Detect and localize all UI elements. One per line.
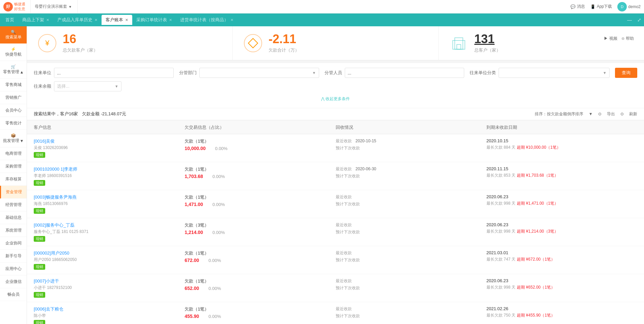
- unit-category-chevron-icon: ▼: [603, 71, 607, 75]
- sidebar-item-basic-info[interactable]: 基础信息: [0, 211, 27, 224]
- overdue-link-6[interactable]: 超期 ¥455.90（1笔）: [517, 313, 555, 318]
- table-row: [000002]用户2050 用户2050 18665062050 现销 欠款（…: [27, 246, 644, 274]
- app-download-button[interactable]: 📱 App下载: [590, 4, 612, 9]
- balance-select[interactable]: 选择... ▼: [54, 81, 121, 91]
- debt-info-5: 欠款（1笔） 652.00 0.00%: [185, 278, 335, 291]
- debt-info-2: 欠款（1笔） 1,471.00 0.00%: [185, 194, 335, 207]
- tab-production[interactable]: 产成品入库单历史 ✕: [53, 15, 102, 25]
- customer-phone-6: 陈小带: [34, 313, 185, 319]
- tab-purchase-order[interactable]: 采购订单统计表 ✕: [132, 15, 176, 25]
- debt-count-6: 欠款（1笔）: [185, 306, 335, 312]
- due-info-2: 2020.06.23 最长欠款 998 天 超期 ¥1,471.00（1笔）: [486, 194, 637, 206]
- sidebar-item-finance[interactable]: 资金管理: [0, 186, 27, 199]
- customer-name-3[interactable]: [0002]服务中心_丁磊: [34, 222, 185, 228]
- sidebar-item-member-vip[interactable]: 畅会员: [0, 288, 27, 301]
- sidebar-item-batch-mgmt[interactable]: 📦 批发管理 ▼: [0, 130, 27, 147]
- debt-percent-6: 0.00%: [208, 314, 221, 319]
- message-button[interactable]: 💬 消息: [570, 4, 585, 9]
- tab-home[interactable]: 首页: [1, 15, 18, 25]
- due-info-4: 2021.03.01 最长欠款 747 天 超期 ¥672.00（1笔）: [486, 250, 637, 262]
- refresh-button[interactable]: 刷新: [629, 111, 637, 117]
- filter-unit-category: 往来单位分类 ▼: [470, 68, 610, 78]
- tab-purchase-order-close[interactable]: ✕: [169, 18, 172, 22]
- tab-purchase-stat-close[interactable]: ✕: [230, 18, 233, 22]
- message-label: 消息: [577, 4, 585, 9]
- due-info-1: 2020.11.15 最长欠款 853 天 超期 ¥1,703.68（1笔）: [486, 166, 637, 178]
- result-text-area: 搜索结果中，客户16家 欠款金额 -21,148.07元: [34, 111, 126, 117]
- overdue-link-4[interactable]: 超期 ¥672.00（1笔）: [517, 257, 555, 262]
- sidebar-item-new-guide[interactable]: 新手引导: [0, 250, 27, 263]
- tab-products-close[interactable]: ✕: [46, 18, 49, 22]
- customer-name-4[interactable]: [000002]用户2050: [34, 250, 185, 256]
- overdue-days-6: 最长欠款 750 天 超期 ¥455.90（1笔）: [486, 313, 637, 318]
- maximize-icon[interactable]: ⤢: [636, 16, 643, 24]
- col-header-collect: 回收情况: [336, 124, 486, 130]
- sidebar-item-app-center[interactable]: 应用中心: [0, 263, 27, 275]
- tab-products[interactable]: 商品上下架 ✕: [18, 15, 53, 25]
- search-button[interactable]: 查询: [615, 68, 637, 78]
- help-button[interactable]: ⊙ 帮助: [621, 36, 634, 41]
- source-unit-input[interactable]: ...: [54, 68, 174, 78]
- sidebar-item-purchase-mgmt[interactable]: 采购管理: [0, 160, 27, 173]
- user-menu[interactable]: D demo2: [617, 2, 641, 11]
- tab-customer-account[interactable]: 客户账本 ✕: [102, 15, 132, 25]
- filter-source-unit: 往来单位 ...: [34, 68, 174, 78]
- overdue-link-2[interactable]: 超期 ¥1,471.00（1笔）: [517, 201, 558, 206]
- customer-phone-5: 小进干 18279152100: [34, 285, 185, 291]
- debt-count-3: 欠款（3笔）: [185, 222, 335, 228]
- sort-label: 排序：按欠款金额倒序排序: [535, 111, 583, 117]
- debt-count-0: 欠款（1笔）: [185, 138, 335, 144]
- manager-input[interactable]: ...: [345, 68, 465, 78]
- due-info-6: 2021.02.26 最长欠款 750 天 超期 ¥455.90（1笔）: [486, 306, 637, 318]
- overdue-link-0[interactable]: 超期 ¥10,000.00（1笔）: [517, 145, 561, 150]
- filter-area: 往来单位 ... 分管部门 ▼ 分管人员 ...: [27, 63, 644, 108]
- customer-name-2[interactable]: [0003]畅捷服务尹海燕: [34, 194, 185, 200]
- customer-name-6[interactable]: [0006]去下粮仓: [34, 306, 185, 312]
- sidebar-item-inventory[interactable]: 库存核算: [0, 173, 27, 186]
- customer-name-0[interactable]: [0016]吴俊: [34, 138, 185, 144]
- retail-mgmt-label: 零售管理: [3, 69, 19, 75]
- overdue-link-5[interactable]: 超期 ¥652.00（1笔）: [517, 285, 555, 290]
- business-mgmt-label: 经营管理: [2, 202, 25, 208]
- tab-purchase-stat-label: 进货单统计表（按商品）: [180, 17, 228, 23]
- sidebar-item-enterprise[interactable]: 企业协同: [0, 237, 27, 250]
- overdue-days-3: 最长欠款 998 天 超期 ¥1,214.00（3笔）: [486, 229, 637, 234]
- customer-info-2: [0003]畅捷服务尹海燕 海燕 18513066976 现销: [34, 194, 185, 214]
- overdue-link-3[interactable]: 超期 ¥1,214.00（3笔）: [517, 229, 558, 234]
- sidebar: 🔍 搜索菜单 ⚡ 快捷导航 🛒 零售管理 ▲ 零售商城 营销推广 会员中心 零售…: [0, 26, 27, 324]
- sidebar-item-ecommerce[interactable]: 电商管理: [0, 147, 27, 160]
- sidebar-item-quick-nav[interactable]: ⚡ 快捷导航: [0, 43, 27, 61]
- unit-category-select[interactable]: ▼: [499, 68, 610, 78]
- sidebar-item-retail-mgmt[interactable]: 🛒 零售管理 ▲: [0, 61, 27, 79]
- debt-amount-6: 455.90: [185, 314, 199, 319]
- sidebar-item-member-center[interactable]: 会员中心: [0, 104, 27, 117]
- sidebar-item-retail-mall[interactable]: 零售商城: [0, 79, 27, 91]
- tab-production-close[interactable]: ✕: [94, 18, 97, 22]
- due-date-4: 2021.03.01: [486, 250, 637, 255]
- debt-count-4: 欠款（1笔）: [185, 250, 335, 256]
- minimize-icon[interactable]: —: [626, 16, 633, 24]
- view-video-button[interactable]: ▶ 视频: [604, 36, 617, 41]
- sidebar-item-retail-stat[interactable]: 零售统计: [0, 117, 27, 130]
- sidebar-item-business-mgmt[interactable]: 经营管理: [0, 199, 27, 211]
- overdue-link-1[interactable]: 超期 ¥1,703.68（1笔）: [517, 173, 558, 178]
- collapse-button[interactable]: ⋀ 收起更多条件: [34, 95, 637, 103]
- sidebar-item-sys-mgmt[interactable]: 系统管理: [0, 224, 27, 237]
- sidebar-item-enterprise-wechat[interactable]: 企业微信: [0, 275, 27, 288]
- sys-mgmt-label: 系统管理: [2, 228, 25, 233]
- sidebar-item-marketing[interactable]: 营销推广: [0, 91, 27, 104]
- brand-selector[interactable]: 母婴行业演示账套 ▾: [30, 0, 78, 13]
- customer-name-1[interactable]: [0001020000 1]李老师: [34, 166, 185, 172]
- tab-purchase-stat[interactable]: 进货单统计表（按商品） ✕: [176, 15, 237, 25]
- tab-customer-account-close[interactable]: ✕: [125, 18, 128, 22]
- customer-phone-3: 服务中心_丁磊 181 0125 8371: [34, 229, 185, 235]
- stat-card-total-customers: 131 总客户（家） ▶ 视频 ⊙ 帮助: [439, 26, 644, 60]
- sort-chevron-icon: ▼: [589, 112, 593, 116]
- debt-amount-3: 1,214.00: [185, 230, 203, 235]
- debt-amount-1: 1,703.68: [185, 174, 203, 179]
- sidebar-item-search-menu[interactable]: 🔍 搜索菜单: [0, 26, 27, 43]
- customer-name-5[interactable]: [0007]小进干: [34, 278, 185, 284]
- col-header-customer: 客户信息: [34, 124, 185, 130]
- department-select[interactable]: ▼: [199, 68, 319, 78]
- export-button[interactable]: 导出: [607, 111, 615, 117]
